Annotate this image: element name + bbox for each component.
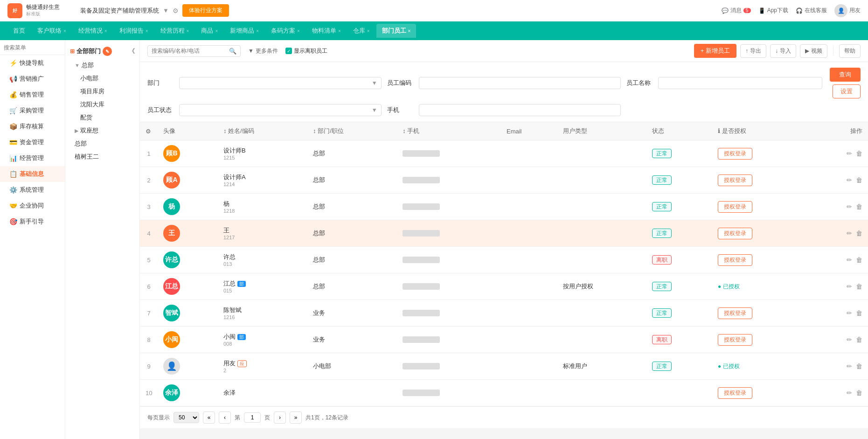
dept-filter-select[interactable]: ▼	[179, 77, 382, 89]
auth-login-btn[interactable]: 授权登录	[718, 228, 752, 239]
row-auth[interactable]: 授权登录	[712, 140, 810, 167]
sidebar-item-marketing[interactable]: 📢营销推广	[0, 71, 65, 87]
tab-goods[interactable]: 商品 ×	[195, 24, 223, 38]
show-resigned-wrap[interactable]: ✓ 显示离职员工	[285, 47, 327, 55]
col-settings[interactable]: ⚙	[140, 122, 158, 140]
tab-department[interactable]: 部门员工 ×	[376, 24, 417, 38]
edit-icon[interactable]: ✏	[847, 309, 852, 317]
sidebar-item-guide[interactable]: 🎯新手引导	[0, 214, 65, 230]
delete-icon[interactable]: 🗑	[856, 336, 862, 343]
view-button[interactable]: ▶ 视频	[800, 44, 827, 58]
sidebar-item-inventory[interactable]: 📦库存核算	[0, 118, 65, 134]
auth-login-btn[interactable]: 授权登录	[718, 201, 752, 213]
row-auth[interactable]: 授权登录	[712, 167, 810, 194]
dept-item-shuangzuo[interactable]: ▶双座想	[65, 124, 139, 137]
empcode-filter-input[interactable]	[419, 77, 621, 89]
gear-icon[interactable]: ⚙	[173, 7, 179, 14]
sidebar-item-system[interactable]: ⚙️系统管理	[0, 182, 65, 198]
next-page-btn[interactable]: ›	[274, 411, 286, 424]
sidebar-item-operations[interactable]: 📊经营管理	[0, 150, 65, 166]
row-auth[interactable]: 授权登录	[712, 327, 810, 353]
page-input[interactable]	[244, 412, 261, 423]
per-page-select[interactable]: 50 20 100	[174, 412, 199, 423]
delete-icon[interactable]: 🗑	[856, 230, 862, 237]
dept-item-shenyang[interactable]: 沈阳大库	[65, 98, 139, 111]
settings-button[interactable]: 设置	[833, 84, 861, 98]
user-menu[interactable]: 👤 用友	[834, 4, 861, 17]
help-button[interactable]: 帮助	[839, 44, 861, 58]
delete-icon[interactable]: 🗑	[856, 389, 862, 397]
dept-item-xiaodian[interactable]: 小电部	[65, 72, 139, 85]
edit-icon[interactable]: ✏	[847, 336, 852, 343]
trial-button[interactable]: 体验行业方案	[182, 4, 229, 17]
sidebar-item-purchase[interactable]: 🛒采购管理	[0, 103, 65, 118]
collapse-btn[interactable]: 《	[129, 47, 135, 56]
delete-icon[interactable]: 🗑	[856, 176, 862, 184]
edit-icon[interactable]: ✏	[847, 176, 852, 184]
app-download-button[interactable]: 📱 App下载	[758, 7, 788, 14]
row-auth[interactable]: 授权登录	[712, 194, 810, 220]
col-dept[interactable]: ↕ 部门/职位	[307, 122, 397, 140]
dept-item-zhishu[interactable]: 植树王二	[65, 150, 139, 163]
auth-login-btn[interactable]: 授权登录	[718, 334, 752, 346]
row-auth[interactable]: ●已授权	[712, 353, 810, 380]
phone-filter-input[interactable]	[419, 104, 621, 116]
status-filter-select[interactable]: ▼	[179, 104, 382, 116]
col-name[interactable]: ↕ 姓名/编码	[218, 122, 307, 140]
online-service-button[interactable]: 🎧 在线客服	[796, 7, 827, 14]
edit-icon[interactable]: ✏	[847, 230, 852, 237]
sidebar-item-sales[interactable]: 💰销售管理	[0, 87, 65, 103]
auth-login-btn[interactable]: 授权登录	[718, 307, 752, 319]
auth-login-btn[interactable]: 授权登录	[718, 387, 752, 399]
empname-filter-input[interactable]	[658, 77, 822, 89]
tab-history[interactable]: 经营历程 ×	[155, 24, 195, 38]
delete-icon[interactable]: 🗑	[856, 309, 862, 317]
sidebar-search-input[interactable]	[4, 44, 65, 51]
dept-item-peihuo[interactable]: 配货	[65, 111, 139, 124]
search-input[interactable]	[152, 48, 227, 54]
edit-icon[interactable]: ✏	[847, 283, 852, 290]
row-auth[interactable]: 授权登录	[712, 247, 810, 273]
col-phone[interactable]: ↕ 手机	[397, 122, 501, 140]
tab-bom[interactable]: 物料清单 ×	[306, 24, 347, 38]
row-auth[interactable]: 授权登录	[712, 380, 810, 406]
edit-icon[interactable]: ✏	[847, 362, 852, 370]
more-conditions-btn[interactable]: ▼ 更多条件	[244, 45, 282, 57]
message-button[interactable]: 💬 消息 5	[722, 7, 751, 14]
dept-item-xiangmu[interactable]: 项目库房	[65, 85, 139, 98]
sidebar-item-finance[interactable]: 💳资金管理	[0, 134, 65, 150]
tab-customer[interactable]: 客户联络 ×	[32, 24, 72, 38]
last-page-btn[interactable]: »	[290, 411, 302, 424]
row-auth[interactable]: ●已授权	[712, 273, 810, 300]
sidebar-item-nav[interactable]: ⚡快捷导航	[0, 55, 65, 71]
auth-login-btn[interactable]: 授权登录	[718, 148, 752, 160]
tab-home[interactable]: 首页	[7, 24, 31, 38]
tab-add-goods[interactable]: 新增商品 ×	[224, 24, 264, 38]
delete-icon[interactable]: 🗑	[856, 283, 862, 290]
import-button[interactable]: ↓ 导入	[770, 44, 796, 58]
dropdown-icon[interactable]: ▼	[163, 7, 169, 14]
row-auth[interactable]: 授权登录	[712, 300, 810, 327]
sidebar-item-collab[interactable]: 🤝企业协同	[0, 198, 65, 214]
export-button[interactable]: ↑ 导出	[740, 44, 766, 58]
auth-login-btn[interactable]: 授权登录	[718, 174, 752, 186]
edit-icon[interactable]: ✏	[847, 203, 852, 210]
tab-profit[interactable]: 利润报告 ×	[114, 24, 154, 38]
edit-icon[interactable]: ✏	[847, 389, 852, 397]
dept-edit-icon[interactable]: ✎	[103, 47, 112, 56]
edit-icon[interactable]: ✏	[847, 256, 852, 264]
row-auth[interactable]: 授权登录	[712, 220, 810, 247]
delete-icon[interactable]: 🗑	[856, 150, 862, 157]
delete-icon[interactable]: 🗑	[856, 256, 862, 264]
edit-icon[interactable]: ✏	[847, 150, 852, 157]
first-page-btn[interactable]: «	[203, 411, 215, 424]
dept-item-zongbu-parent[interactable]: ▼总部	[65, 59, 139, 72]
add-employee-button[interactable]: + 新增员工	[694, 44, 736, 58]
delete-icon[interactable]: 🗑	[856, 362, 862, 370]
tab-barcode[interactable]: 条码方案 ×	[265, 24, 306, 38]
auth-login-btn[interactable]: 授权登录	[718, 254, 752, 266]
sidebar-item-basic[interactable]: 📋基础信息	[0, 166, 65, 182]
prev-page-btn[interactable]: ‹	[219, 411, 231, 424]
dept-item-zongbu[interactable]: 总部	[65, 137, 139, 150]
delete-icon[interactable]: 🗑	[856, 203, 862, 210]
